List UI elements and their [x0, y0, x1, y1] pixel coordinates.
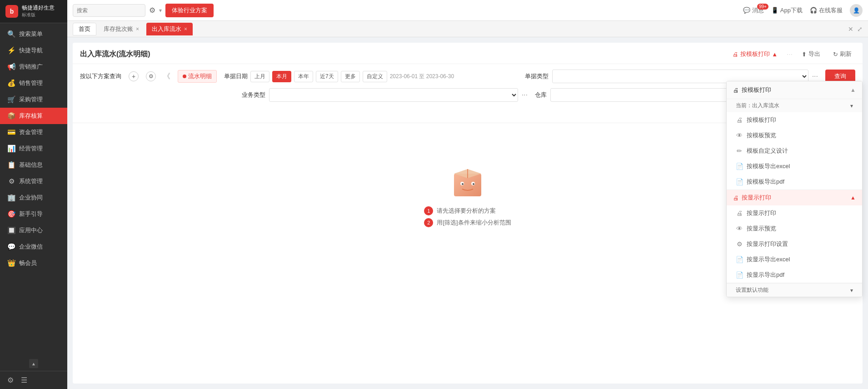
search-input[interactable]	[73, 4, 145, 17]
window-expand-btn[interactable]: ⤢	[857, 25, 863, 33]
refresh-label: 刷新	[840, 50, 852, 58]
footer-settings-icon[interactable]: ⚙	[7, 376, 14, 384]
preview-template-item[interactable]: 👁 按模板预览	[727, 128, 862, 143]
window-close-btn[interactable]: ✕	[848, 25, 853, 33]
date-btn-this-year[interactable]: 本年	[294, 71, 313, 82]
display-section-chevron[interactable]: ▲	[850, 194, 856, 201]
step-2-text: 用[筛选]条件来缩小分析范围	[437, 219, 511, 227]
doc-type-label: 单据类型	[525, 72, 549, 80]
export-excel-template-icon: 📄	[736, 163, 743, 170]
sidebar-item-label: 企业微信	[19, 243, 43, 251]
date-filter-label: 单据日期	[224, 72, 248, 80]
doc-type-more-btn[interactable]: ···	[812, 72, 818, 80]
print-template-item[interactable]: 🖨 按模板打印	[727, 112, 862, 128]
industry-solution-button[interactable]: 体验行业方案	[165, 4, 214, 17]
default-function-row[interactable]: 设置默认功能 ▾	[727, 283, 862, 297]
sidebar-item-sales[interactable]: 💰销售管理	[0, 75, 67, 91]
app-title: 畅捷通好生意	[22, 5, 55, 12]
filter-add-btn[interactable]: +	[129, 71, 139, 81]
footer-menu-icon[interactable]: ☰	[21, 376, 27, 384]
sidebar-item-operations[interactable]: 📊经营管理	[0, 140, 67, 157]
sidebar-item-label: 企业协同	[19, 194, 43, 202]
tab-inventory-batch[interactable]: 库存批次账 ×	[98, 23, 145, 35]
sidebar-item-system[interactable]: ⚙系统管理	[0, 173, 67, 190]
settings-display-item[interactable]: ⚙ 按显示打印设置	[727, 236, 862, 252]
date-btn-this-month[interactable]: 本月	[272, 71, 291, 82]
sidebar-item-label: 搜索菜单	[19, 30, 43, 38]
filter-label: 按以下方案查询	[80, 72, 121, 80]
tab-flow[interactable]: 出入库流水 ×	[146, 23, 193, 35]
export-pdf-template-item[interactable]: 📄 按模板导出pdf	[727, 174, 862, 190]
current-template-row[interactable]: 当前：出入库流水 ▾	[727, 99, 862, 112]
sidebar-nav: 🔍搜索菜单 ⚡快捷导航 📢营销推广 💰销售管理 🛒采购管理 📦库存核算 💳资金管…	[0, 23, 67, 356]
date-btn-custom[interactable]: 自定义	[363, 71, 387, 82]
print-template-item-label: 按模板打印	[747, 116, 776, 124]
sidebar-item-inventory[interactable]: 📦库存核算	[0, 108, 67, 124]
print-display-label: 按显示打印	[747, 209, 776, 217]
dropdown-collapse-btn[interactable]: ▲	[850, 87, 856, 93]
refresh-btn[interactable]: ↻ 刷新	[829, 48, 855, 60]
tab-home[interactable]: 首页	[73, 23, 96, 35]
topbar: ⚙ ▾ 体验行业方案 💬 消息 99+ 📱 App下载 🎧 在线客服 👤	[67, 0, 868, 21]
tab-inventory-batch-label: 库存批次账	[104, 25, 133, 33]
flow-tag[interactable]: 流水明细	[178, 70, 217, 83]
sidebar-scroll-indicator: ▲	[0, 356, 67, 371]
export-btn[interactable]: ⬆ 导出	[798, 48, 824, 60]
export-pdf-display-item[interactable]: 📄 按显示导出pdf	[727, 267, 862, 283]
custom-template-item[interactable]: ✏ 模板自定义设计	[727, 143, 862, 159]
business-type-more-btn[interactable]: ···	[522, 91, 528, 99]
sidebar-item-search[interactable]: 🔍搜索菜单	[0, 26, 67, 42]
finance-icon: 💳	[7, 128, 15, 136]
app-download-btn[interactable]: 📱 App下载	[771, 6, 803, 15]
step-1-num: 1	[424, 206, 433, 215]
export-excel-display-icon: 📄	[736, 256, 743, 263]
sidebar-item-wechat[interactable]: 💬企业微信	[0, 239, 67, 255]
purchase-icon: 🛒	[7, 95, 15, 104]
sidebar-item-label: 系统管理	[19, 177, 43, 185]
sidebar-item-quick-nav[interactable]: ⚡快捷导航	[0, 42, 67, 59]
sidebar-item-finance[interactable]: 💳资金管理	[0, 124, 67, 140]
sidebar-item-member[interactable]: 👑畅会员	[0, 255, 67, 271]
tab-inventory-batch-close[interactable]: ×	[136, 26, 139, 32]
sidebar-item-enterprise[interactable]: 🏢企业协同	[0, 190, 67, 206]
topbar-gear-icon[interactable]: ⚙	[149, 6, 155, 15]
export-excel-template-item[interactable]: 📄 按模板导出excel	[727, 159, 862, 174]
flow-dot-icon	[183, 75, 186, 78]
preview-display-label: 按显示预览	[747, 224, 776, 233]
app-center-icon: 🔲	[7, 226, 15, 234]
page-header: 出入库流水(流水明细) 🖨 按模板打印 ▲ ⋯ ⬆ 导出 ↻ 刷新	[73, 43, 863, 64]
guide-icon: 🎯	[7, 210, 15, 218]
sidebar-item-marketing[interactable]: 📢营销推广	[0, 59, 67, 75]
preview-display-icon: 👁	[736, 225, 743, 232]
sidebar: b 畅捷通好生意 标准版 🔍搜索菜单 ⚡快捷导航 📢营销推广 💰销售管理 🛒采购…	[0, 0, 67, 389]
sidebar-item-guide[interactable]: 🎯新手引导	[0, 206, 67, 222]
filter-collapse-btn[interactable]: 《	[163, 72, 170, 81]
sidebar-item-label: 基础信息	[19, 161, 43, 169]
filter-settings-btn[interactable]: ⚙	[146, 71, 156, 81]
user-avatar[interactable]: 👤	[850, 4, 863, 17]
tab-flow-close[interactable]: ×	[184, 26, 187, 32]
sidebar-item-base-info[interactable]: 📋基础信息	[0, 157, 67, 173]
export-excel-display-label: 按显示导出excel	[747, 255, 790, 264]
business-type-filter: 业务类型 ···	[242, 88, 528, 102]
print-display-icon: 🖨	[736, 209, 743, 217]
display-section-header[interactable]: 🖨 按显示打印 ▲	[727, 190, 862, 205]
date-btn-7days[interactable]: 近7天	[316, 71, 338, 82]
print-template-icon: 🖨	[736, 116, 743, 124]
preview-display-item[interactable]: 👁 按显示预览	[727, 221, 862, 236]
print-template-label: 按模板打印	[740, 50, 770, 58]
business-type-select[interactable]	[269, 88, 518, 102]
print-template-btn[interactable]: 🖨 按模板打印 ▲	[729, 48, 781, 60]
sidebar-item-app-center[interactable]: 🔲应用中心	[0, 222, 67, 239]
print-display-item[interactable]: 🖨 按显示打印	[727, 205, 862, 221]
export-excel-display-item[interactable]: 📄 按显示导出excel	[727, 252, 862, 267]
message-btn[interactable]: 💬 消息 99+	[743, 6, 764, 15]
online-service-btn[interactable]: 🎧 在线客服	[810, 6, 843, 15]
date-btn-last-month[interactable]: 上月	[250, 71, 269, 82]
empty-illustration	[445, 155, 490, 201]
date-btn-more[interactable]: 更多	[341, 71, 360, 82]
sidebar-item-purchase[interactable]: 🛒采购管理	[0, 91, 67, 108]
dropdown-title-text: 按模板打印	[742, 86, 771, 94]
printer-icon: 🖨	[733, 51, 738, 58]
sidebar-scroll-up[interactable]: ▲	[29, 359, 38, 368]
